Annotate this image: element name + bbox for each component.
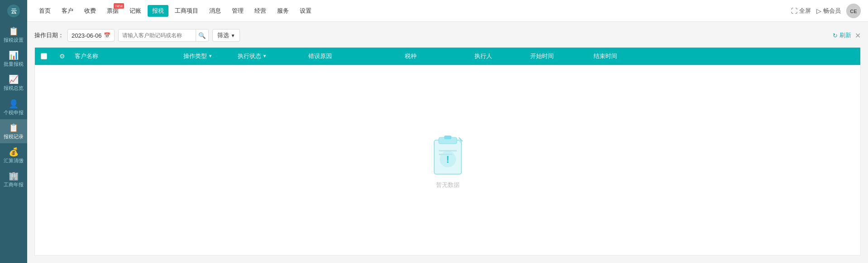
calendar-icon: 📅	[104, 32, 110, 39]
sidebar-item-baoshui-zonlan[interactable]: 📈 报税总览	[0, 71, 27, 95]
refresh-button[interactable]: ↻ 刷新	[833, 31, 851, 39]
nav-item-shoufei[interactable]: 收费	[80, 5, 101, 17]
chevron-down-icon: ▼	[231, 33, 235, 38]
svg-rect-13	[438, 171, 458, 172]
sidebar-icon-baoshui-jilu: 📋	[9, 123, 19, 133]
sidebar-label-baoshui-zonlan: 报税总览	[4, 85, 24, 91]
app-logo: 云	[0, 0, 27, 22]
topnav-right: ⛶ 全屏 ▷ 畅会员 CE	[791, 4, 861, 18]
sidebar: 云 📋 报税设置 📊 批量报税 📈 报税总览 👤 个税申报 📋 报税记录 💰 汇…	[0, 0, 27, 263]
sidebar-label-huisuan-jiaona: 汇算清缴	[4, 158, 24, 164]
topnav: 首页客户收费票据new记账报税工商项目消息管理经营服务设置 ⛶ 全屏 ▷ 畅会员…	[27, 0, 868, 22]
refresh-icon: ↻	[833, 32, 838, 39]
svg-rect-6	[444, 136, 451, 139]
date-value: 2023-06-06	[72, 32, 102, 39]
th-executor-label: 执行人	[475, 52, 492, 60]
user-avatar[interactable]: CE	[846, 4, 861, 18]
settings-icon[interactable]: ⚙	[59, 53, 65, 60]
nav-item-customer[interactable]: 客户	[57, 5, 78, 17]
th-settings[interactable]: ⚙	[53, 53, 71, 60]
sidebar-label-piliang-baoshui: 批量报税	[4, 61, 24, 67]
fullscreen-icon: ⛶	[791, 7, 797, 15]
sort-icon-operation: ▼	[208, 54, 213, 58]
sidebar-icon-gongshang-nianbao: 🏢	[9, 171, 19, 181]
member-label: 畅会员	[823, 7, 841, 15]
sidebar-label-geshui-shenbao: 个税申报	[4, 110, 24, 116]
sidebar-item-huisuan-jiaona[interactable]: 💰 汇算清缴	[0, 143, 27, 167]
nav-item-shezhi[interactable]: 设置	[295, 5, 316, 17]
sidebar-item-piliang-baoshui[interactable]: 📊 批量报税	[0, 47, 27, 71]
th-error-reason: 错误原因	[279, 52, 361, 60]
svg-text:云: 云	[11, 8, 17, 15]
select-all-checkbox[interactable]	[41, 53, 47, 59]
svg-text:CE: CE	[850, 9, 857, 14]
sidebar-icon-baoshui-zonlan: 📈	[9, 74, 19, 84]
refresh-label: 刷新	[839, 31, 851, 39]
sidebar-item-baoshui-shezhi[interactable]: 📋 报税设置	[0, 23, 27, 47]
toolbar: 操作日期： 2023-06-06 📅 🔍 筛选 ▼ ↻	[34, 29, 861, 42]
fullscreen-button[interactable]: ⛶ 全屏	[791, 7, 811, 15]
sidebar-icon-piliang-baoshui: 📊	[9, 50, 19, 60]
table-body: ! 暂无数据	[35, 65, 860, 255]
sidebar-label-gongshang-nianbao: 工商年报	[4, 182, 24, 188]
th-customer-name-label: 客户名称	[75, 52, 98, 60]
sidebar-icon-baoshui-shezhi: 📋	[9, 26, 19, 36]
nav-item-fuwu[interactable]: 服务	[273, 5, 293, 17]
sidebar-item-geshui-shenbao[interactable]: 👤 个税申报	[0, 95, 27, 119]
sort-icon-status: ▼	[263, 54, 267, 58]
th-end-time: 结束时间	[578, 52, 633, 60]
svg-text:!: !	[446, 154, 449, 165]
date-label: 操作日期：	[34, 31, 64, 39]
new-badge: new	[114, 3, 124, 9]
search-box: 🔍	[118, 29, 209, 42]
sidebar-label-baoshui-shezhi: 报税设置	[4, 37, 24, 43]
sidebar-icon-geshui-shenbao: 👤	[9, 99, 19, 109]
search-input[interactable]	[119, 29, 196, 41]
nav-items: 首页客户收费票据new记账报税工商项目消息管理经营服务设置	[34, 5, 791, 17]
page-content: 操作日期： 2023-06-06 📅 🔍 筛选 ▼ ↻	[27, 22, 868, 263]
nav-item-baoshui[interactable]: 报税	[148, 5, 168, 17]
filter-label: 筛选	[217, 31, 229, 39]
th-start-time-label: 开始时间	[530, 52, 554, 60]
sidebar-item-baoshui-jilu[interactable]: 📋 报税记录	[0, 119, 27, 143]
sidebar-label-baoshui-jilu: 报税记录	[4, 134, 24, 140]
table-header: ⚙ 客户名称 操作类型 ▼ 执行状态 ▼ 错误原因	[35, 48, 860, 65]
th-exec-status-label: 执行状态	[238, 52, 261, 60]
fullscreen-label: 全屏	[799, 7, 811, 15]
search-icon: 🔍	[198, 32, 206, 39]
th-operation-type-label: 操作类型	[183, 52, 207, 60]
th-tax-type-label: 税种	[405, 52, 417, 60]
nav-item-piaoju[interactable]: 票据new	[102, 5, 123, 17]
sidebar-icon-huisuan-jiaona: 💰	[9, 147, 19, 157]
nav-item-gongshang[interactable]: 工商项目	[170, 5, 203, 17]
sidebar-item-gongshang-nianbao[interactable]: 🏢 工商年报	[0, 167, 27, 191]
nav-item-xiaoxi[interactable]: 消息	[205, 5, 225, 17]
empty-state: ! 暂无数据	[407, 113, 489, 207]
close-button[interactable]: ✕	[855, 31, 861, 40]
date-input[interactable]: 2023-06-06 📅	[67, 29, 115, 42]
th-exec-status[interactable]: 执行状态 ▼	[225, 52, 279, 60]
th-checkbox[interactable]	[35, 53, 53, 59]
th-error-reason-label: 错误原因	[308, 52, 332, 60]
search-button[interactable]: 🔍	[196, 29, 208, 42]
main-wrapper: 首页客户收费票据new记账报税工商项目消息管理经营服务设置 ⛶ 全屏 ▷ 畅会员…	[27, 0, 868, 263]
table-container: ⚙ 客户名称 操作类型 ▼ 执行状态 ▼ 错误原因	[34, 47, 861, 256]
empty-text: 暂无数据	[436, 181, 460, 189]
th-customer-name: 客户名称	[71, 52, 171, 60]
play-icon: ▷	[816, 7, 821, 15]
th-tax-type: 税种	[361, 52, 460, 60]
th-executor: 执行人	[460, 52, 506, 60]
th-start-time: 开始时间	[506, 52, 578, 60]
svg-rect-9	[439, 150, 457, 151]
content-area: 操作日期： 2023-06-06 📅 🔍 筛选 ▼ ↻	[27, 22, 868, 263]
filter-button[interactable]: 筛选 ▼	[212, 29, 240, 42]
svg-rect-10	[439, 154, 452, 155]
nav-item-jingying[interactable]: 经营	[250, 5, 271, 17]
nav-item-guanli[interactable]: 管理	[227, 5, 248, 17]
empty-illustration: !	[425, 131, 470, 181]
th-end-time-label: 结束时间	[594, 52, 617, 60]
nav-item-jizhang[interactable]: 记账	[125, 5, 146, 17]
th-operation-type[interactable]: 操作类型 ▼	[171, 52, 225, 60]
nav-item-home[interactable]: 首页	[34, 5, 55, 17]
member-button[interactable]: ▷ 畅会员	[816, 7, 841, 15]
